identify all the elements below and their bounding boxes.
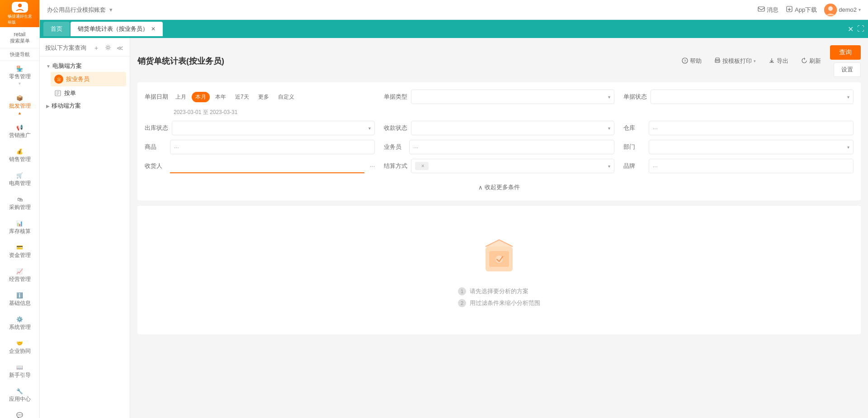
tree-child-salesman[interactable]: 业 按业务员 (51, 72, 126, 86)
salesman-select[interactable]: ··· (409, 140, 614, 154)
brand-select[interactable]: ··· (649, 159, 854, 173)
print-icon (714, 57, 721, 65)
settings-scheme-btn[interactable] (104, 43, 113, 52)
add-scheme-btn[interactable]: + (92, 43, 101, 52)
settlement-filter-item: 结算方式 × ▾ (384, 159, 614, 173)
order-status-select[interactable]: ▾ (651, 90, 854, 104)
stock-status-select[interactable]: ▾ (172, 121, 375, 135)
tree-mobile[interactable]: ▶ 移动端方案 (43, 100, 126, 112)
sidebar-item-sales[interactable]: 💰 销售管理 (0, 144, 39, 168)
sidebar-item-marketing[interactable]: 📢 营销推广 (0, 120, 39, 144)
empty-tip-1: 1 请先选择要分析的方案 (458, 287, 540, 295)
refresh-icon (801, 57, 807, 65)
tab-close-window-icon[interactable]: ✕ (848, 25, 854, 33)
tab-close-icon[interactable]: ✕ (151, 26, 156, 32)
print-arrow-icon: ▾ (754, 59, 756, 63)
tab-sales-stat[interactable]: 销货单统计表（按业务员） ✕ (71, 22, 163, 36)
sidebar-item-basic[interactable]: ℹ️ 基础信息 (0, 288, 39, 312)
refresh-btn[interactable]: 刷新 (797, 55, 825, 67)
department-label: 部门 (623, 143, 645, 151)
date-label: 单据日期 (145, 93, 168, 101)
user-menu[interactable]: demo2 ▾ (824, 4, 861, 16)
sidebar-item-wholesale[interactable]: 📦 批发管理 ▲ (0, 90, 39, 120)
print-btn[interactable]: 按模板打印 ▾ (711, 55, 760, 67)
help-label: 帮助 (690, 57, 702, 65)
svg-rect-1 (758, 7, 764, 11)
receiver-label: 收货人 (145, 162, 166, 170)
goods-filter-item: 商品 ··· (145, 140, 375, 154)
tab-expand-icon[interactable]: ⛶ (857, 25, 864, 33)
inventory-label: 库存核算 (9, 228, 31, 235)
payment-status-filter-item: 收款状态 ▾ (384, 121, 614, 135)
finance-icon: 💳 (16, 244, 23, 251)
sales-label: 销售管理 (9, 156, 31, 163)
tab-home[interactable]: 首页 (43, 22, 70, 36)
tip-text-2: 用过滤条件来缩小分析范围 (470, 299, 540, 307)
sidebar: 畅捷通好生意 标版 retail 搜索菜单 快捷导航 🏪 零售管理 ▼ 📦 批发… (0, 0, 40, 418)
sales-icon: 💰 (16, 148, 23, 155)
left-panel-title: 按以下方案查询 (45, 44, 86, 52)
tip-text-1: 请先选择要分析的方案 (470, 287, 528, 295)
help-btn[interactable]: ? 帮助 (678, 55, 705, 67)
tree-child-order[interactable]: 按单 (51, 86, 126, 100)
svg-point-0 (18, 4, 22, 7)
settlement-tag-close-icon[interactable]: × (420, 163, 426, 169)
sidebar-item-operation[interactable]: 📈 经营管理 (0, 264, 39, 288)
system-label: 系统管理 (9, 323, 31, 331)
sidebar-search[interactable]: retail 搜索菜单 (0, 27, 39, 48)
date-tab-more[interactable]: 更多 (255, 92, 273, 102)
collapse-btn[interactable]: ∧ 收起更多条件 (473, 181, 525, 193)
sidebar-item-ecommerce[interactable]: 🛒 电商管理 (0, 168, 39, 192)
app-download-btn[interactable]: App下载 (786, 5, 817, 14)
date-tab-custom[interactable]: 自定义 (274, 92, 298, 102)
svg-text:?: ? (684, 59, 686, 63)
sidebar-item-apps[interactable]: 🔧 应用中心 (0, 384, 39, 408)
tab-bar: 首页 销货单统计表（按业务员） ✕ ✕ ⛶ (40, 20, 868, 38)
order-type-select[interactable]: ▾ (411, 90, 614, 104)
avatar (824, 4, 837, 16)
empty-tips: 1 请先选择要分析的方案 2 用过滤条件来缩小分析范围 (458, 287, 540, 307)
system-icon: ⚙️ (16, 316, 23, 323)
sidebar-item-retail[interactable]: 🏪 零售管理 ▼ (0, 61, 39, 90)
main-area: 办公用品行业模拟账套 ▾ 消息 (40, 0, 868, 418)
payment-status-select[interactable]: ▾ (411, 121, 614, 135)
sidebar-item-enterprise[interactable]: 🤝 企业协同 (0, 336, 39, 360)
retail-arrow: ▼ (18, 81, 22, 86)
receiver-input[interactable] (170, 159, 364, 173)
date-tab-this-year[interactable]: 本年 (212, 92, 230, 102)
settlement-select[interactable]: × ▾ (411, 159, 614, 173)
receiver-dots-icon[interactable]: ··· (370, 162, 375, 170)
date-tab-7days[interactable]: 近7天 (231, 92, 253, 102)
sidebar-item-inventory[interactable]: 📊 库存核算 (0, 216, 39, 240)
export-btn[interactable]: 导出 (765, 55, 792, 67)
message-btn[interactable]: 消息 (758, 5, 778, 14)
tree-mobile-label: 移动端方案 (52, 102, 81, 110)
left-panel-actions: + ≪ (92, 43, 124, 52)
brand-placeholder: ··· (653, 163, 658, 170)
tree-desktop[interactable]: ▼ 电脑端方案 (43, 60, 126, 72)
department-select[interactable]: ▾ (649, 140, 854, 154)
sidebar-item-guide[interactable]: 📖 新手引导 (0, 360, 39, 384)
collapse-label: 收起更多条件 (485, 183, 520, 191)
date-tab-this-month[interactable]: 本月 (192, 92, 210, 102)
date-tab-last-month[interactable]: 上月 (172, 92, 190, 102)
tip-num-1: 1 (458, 287, 466, 295)
export-icon (769, 57, 775, 65)
order-status-arrow-icon: ▾ (847, 95, 849, 100)
sidebar-item-finance[interactable]: 💳 资金管理 (0, 240, 39, 264)
quick-nav[interactable]: 快捷导航 (0, 48, 39, 61)
sidebar-item-system[interactable]: ⚙️ 系统管理 (0, 312, 39, 336)
filter-card: 单据日期 上月 本月 本年 近7天 更多 自定义 单据类型 (137, 82, 861, 200)
sidebar-item-purchase[interactable]: 🛍 采购管理 (0, 192, 39, 216)
header-right: 消息 App下载 de (758, 4, 861, 16)
inventory-icon: 📊 (16, 220, 23, 227)
breadcrumb-arrow-icon[interactable]: ▾ (109, 6, 113, 13)
basic-label: 基础信息 (9, 299, 31, 307)
sidebar-item-wechat[interactable]: 💬 企业微信 (0, 408, 39, 418)
settings-btn[interactable]: 设置 (834, 62, 861, 77)
goods-select[interactable]: ··· (170, 140, 375, 154)
collapse-panel-btn[interactable]: ≪ (115, 43, 124, 52)
collapse-panel-icon: ≪ (117, 44, 123, 52)
warehouse-select[interactable]: ··· (649, 121, 854, 135)
query-btn[interactable]: 查询 (830, 45, 861, 60)
